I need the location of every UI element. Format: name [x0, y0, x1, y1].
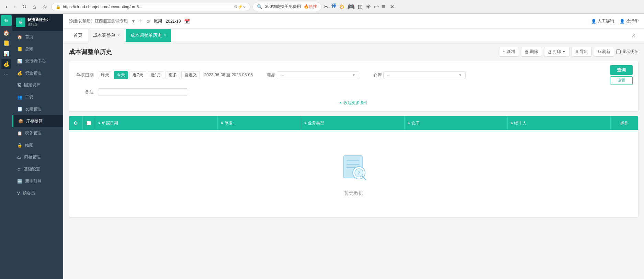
- icon-sidebar-home[interactable]: 🏠: [1, 28, 11, 38]
- reports-menu-icon: 📊: [17, 59, 22, 64]
- tab-close-all[interactable]: ✕: [629, 32, 639, 38]
- sidebar-item-invoices[interactable]: 🧾 发票管理: [12, 103, 63, 115]
- sidebar-item-ledger[interactable]: 📒 总账: [12, 43, 63, 55]
- display-toggle-label[interactable]: 显示明细: [616, 49, 639, 55]
- browser-chrome: ‹ › ↻ ⌂ ☆ 🔒 https://cloud.chanjet.com/ac…: [0, 0, 644, 14]
- export-label: 导出: [580, 49, 588, 55]
- icon-sidebar-funds[interactable]: 💰: [1, 59, 11, 69]
- empty-state: ? 暂无数据: [69, 130, 638, 217]
- select-all-checkbox[interactable]: [87, 121, 91, 125]
- sidebar-item-archive[interactable]: 🗂 归档管理: [12, 151, 63, 163]
- close-window-button[interactable]: ✕: [387, 3, 397, 11]
- delete-button[interactable]: 🗑 删除: [521, 47, 542, 57]
- tab-cost-adjust[interactable]: 成本调整单 ×: [88, 29, 125, 42]
- yesterday-btn[interactable]: 昨天: [98, 71, 112, 79]
- tab-history-close[interactable]: ×: [164, 33, 166, 38]
- grid-icon[interactable]: ⊞: [358, 3, 363, 11]
- undo-icon[interactable]: ↩: [374, 3, 379, 11]
- sidebar-item-inventory[interactable]: 📦 库存核算: [12, 115, 63, 127]
- refresh-button[interactable]: ↻: [20, 3, 29, 11]
- th-voucher[interactable]: ⇅ 单据...: [218, 116, 302, 130]
- sidebar-item-guide[interactable]: 🆕 新手引导: [12, 175, 63, 187]
- th-checkbox[interactable]: [83, 116, 95, 130]
- today-btn[interactable]: 今天: [114, 71, 128, 79]
- sidebar-item-guide-label: 新手引导: [25, 178, 42, 184]
- export-button[interactable]: ⬆ 导出: [572, 47, 592, 57]
- cut-icon[interactable]: ✂: [324, 3, 329, 11]
- sidebar-item-archive-label: 归档管理: [24, 154, 41, 160]
- filter-collapse[interactable]: ∧ 收起更多条件: [75, 99, 633, 107]
- settings-col-icon: ⚙: [74, 120, 78, 126]
- collapse-label: 收起更多条件: [343, 100, 368, 106]
- sidebar-item-member[interactable]: V 畅会员: [12, 187, 63, 199]
- sidebar-item-home[interactable]: 🏠 首页: [12, 31, 63, 43]
- empty-illustration: ?: [337, 150, 371, 185]
- filter-area: 单据日期 昨天 今天 近7天 近1月 更多 自定义 2023-06-06 至 2…: [69, 61, 639, 112]
- brightness-icon[interactable]: ☀: [365, 3, 371, 11]
- new-button[interactable]: + 新增: [499, 47, 519, 57]
- top-bar-right: 👤 人工咨询 👤 徐泽华: [591, 18, 639, 24]
- main-sidebar: 畅 畅捷通好会计 旗舰版 🏠 首页 📒 总账 📊 云报表中心 💰 资金管理: [12, 14, 63, 279]
- icon-sidebar-logo[interactable]: 畅: [1, 15, 12, 26]
- sidebar-item-payroll[interactable]: 👥 工资: [12, 91, 63, 103]
- tab-cost-adjust-history[interactable]: 成本调整单历史 ×: [126, 29, 171, 42]
- th-date[interactable]: ⇅ 单据日期: [95, 116, 218, 130]
- home-button[interactable]: ⌂: [31, 3, 38, 11]
- date-range-display: 2023-06-06 至 2023-06-06: [204, 72, 252, 78]
- th-warehouse[interactable]: ⇅ 仓库: [405, 116, 508, 130]
- remark-input[interactable]: [98, 88, 187, 96]
- icon-sidebar-ledger[interactable]: 📒: [1, 38, 11, 48]
- service-button[interactable]: 👤 人工咨询: [591, 18, 614, 24]
- warehouse-select[interactable]: ··· ▼: [383, 71, 466, 79]
- icon-sidebar-reports[interactable]: 📊: [1, 49, 11, 58]
- custom-btn[interactable]: 自定义: [181, 71, 200, 79]
- th-voucher-label: 单据...: [224, 120, 236, 126]
- more-btn[interactable]: 更多: [166, 71, 180, 79]
- calendar-icon[interactable]: 📅: [184, 19, 190, 24]
- sidebar-item-fixed-assets[interactable]: 🏗 固定资产: [12, 79, 63, 91]
- refresh-action-button[interactable]: ↻ 刷新: [594, 47, 614, 57]
- th-settings[interactable]: ⚙: [69, 116, 83, 130]
- game-icon[interactable]: 🎮: [347, 3, 355, 11]
- sidebar-item-settings[interactable]: ⚙ 基础设置: [12, 163, 63, 175]
- sidebar-item-reports[interactable]: 📊 云报表中心: [12, 55, 63, 67]
- page-actions: + 新增 🗑 删除 🖨 打印 ▼ ⬆ 导出: [499, 47, 639, 57]
- th-operator[interactable]: ⇅ 经手人: [508, 116, 611, 130]
- display-toggle-checkbox[interactable]: [616, 49, 621, 54]
- th-type[interactable]: ⇅ 业务类型: [301, 116, 404, 130]
- sidebar-item-ledger-label: 总账: [25, 46, 33, 52]
- star-button[interactable]: ☆: [40, 3, 49, 11]
- sidebar-item-invoices-label: 发票管理: [25, 106, 42, 112]
- address-text: https://cloud.chanjet.com/accounting/uru…: [63, 4, 142, 9]
- address-bar[interactable]: 🔒 https://cloud.chanjet.com/accounting/u…: [51, 3, 250, 11]
- nav-back-button[interactable]: ‹: [3, 2, 10, 11]
- ledger-menu-icon: 📒: [17, 47, 22, 52]
- sidebar-item-tax[interactable]: 📋 税务管理: [12, 127, 63, 139]
- print-button[interactable]: 🖨 打印 ▼: [544, 47, 569, 57]
- icon-sidebar-extra[interactable]: ⋯: [1, 69, 11, 79]
- empty-text: 暂无数据: [344, 190, 363, 197]
- last7-btn[interactable]: 近7天: [129, 71, 146, 79]
- table-settings-button[interactable]: 设置: [610, 76, 633, 85]
- translate-icon[interactable]: 译: [331, 3, 336, 11]
- goods-select[interactable]: ··· ▼: [277, 71, 359, 79]
- add-company-button[interactable]: +: [139, 18, 143, 25]
- payroll-menu-icon: 👥: [17, 95, 22, 100]
- delete-icon: 🗑: [525, 49, 529, 54]
- query-button[interactable]: 查询: [610, 65, 633, 75]
- tab-cost-adjust-close[interactable]: ×: [117, 33, 120, 38]
- sort-warehouse-icon: ⇅: [407, 121, 410, 125]
- sidebar-item-close[interactable]: 🔒 结账: [12, 139, 63, 151]
- company-dropdown-icon[interactable]: ▼: [131, 19, 136, 24]
- user-button[interactable]: 👤 徐泽华: [620, 18, 639, 24]
- settings-icon-button[interactable]: ⚙: [146, 19, 150, 24]
- menu-icon[interactable]: ≡: [382, 3, 385, 11]
- nav-forward-button[interactable]: ›: [12, 2, 18, 11]
- last-month-btn[interactable]: 近1月: [148, 71, 165, 79]
- print-label: 打印: [553, 49, 561, 55]
- sidebar-item-funds[interactable]: 💰 资金管理: [12, 67, 63, 79]
- tab-home[interactable]: 首页: [69, 29, 87, 42]
- icon-sidebar: 畅 🏠 📒 📊 💰 ⋯: [0, 14, 12, 279]
- wallet-icon[interactable]: ⚙: [339, 3, 344, 11]
- goods-dots: ···: [281, 73, 284, 78]
